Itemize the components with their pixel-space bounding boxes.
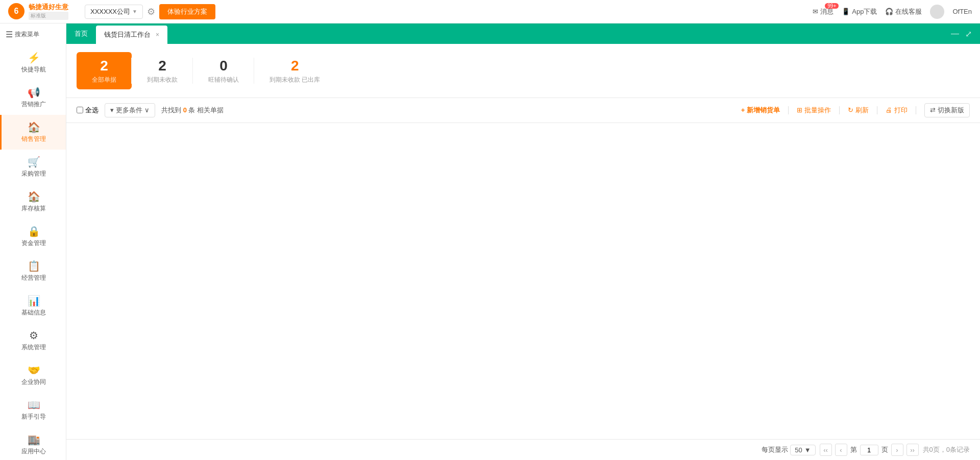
finance-icon: 🔒 bbox=[28, 225, 40, 237]
page-content: 2 全部单据 2 到期未收款 0 旺辅待确认 2 到期未收款 已出库 bbox=[66, 44, 980, 460]
tab-home[interactable]: 首页 bbox=[66, 23, 96, 44]
marketing-icon: 📢 bbox=[28, 86, 40, 99]
sales-icon: 🏠 bbox=[28, 121, 40, 133]
stat-label-overdue-not-out: 到期未收款 已出库 bbox=[270, 76, 320, 84]
filter-icon: ▾ bbox=[110, 106, 114, 114]
sidebar-item-quick-nav[interactable]: ⚡ 快捷导航 bbox=[0, 45, 66, 80]
sidebar-item-guide[interactable]: 📖 新手引导 bbox=[0, 393, 66, 427]
found-text: 共找到 0 条 相关单据 bbox=[161, 106, 224, 115]
stat-card-overdue-unpaid[interactable]: 2 到期未收款 bbox=[132, 52, 193, 89]
stat-label-overdue-unpaid: 到期未收款 bbox=[147, 76, 178, 84]
tab-bar-right: — ⤢ bbox=[951, 29, 980, 39]
page-navigation: ‹‹ ‹ 第 页 › ›› bbox=[820, 444, 919, 456]
quick-nav-label: 快捷导航 bbox=[21, 65, 46, 74]
online-service-item[interactable]: 🎧 在线客服 bbox=[885, 7, 922, 16]
divider-1 bbox=[788, 106, 789, 114]
print-btn[interactable]: 🖨 打印 bbox=[886, 106, 908, 115]
stat-num-wangwang: 0 bbox=[219, 57, 228, 75]
refresh-btn[interactable]: ↻ 刷新 bbox=[848, 106, 869, 115]
batch-label: 批量操作 bbox=[804, 106, 831, 115]
sidebar-item-inventory[interactable]: 🏠 库存核算 bbox=[0, 184, 66, 219]
more-conditions-btn[interactable]: ▾ 更多条件 ∨ bbox=[105, 103, 155, 117]
tab-active-label: 钱货日清工作台 bbox=[104, 30, 151, 39]
stats-row: 2 全部单据 2 到期未收款 0 旺辅待确认 2 到期未收款 已出库 bbox=[66, 44, 980, 98]
message-icon: ✉ bbox=[813, 8, 818, 15]
next-page-btn[interactable]: › bbox=[891, 444, 903, 456]
enterprise-label: 企业协同 bbox=[21, 378, 46, 386]
new-sales-btn[interactable]: + 新增销货单 bbox=[741, 106, 780, 115]
sidebar-search[interactable]: ☰ 搜索菜单 bbox=[0, 23, 66, 45]
divider-4 bbox=[916, 106, 916, 114]
operations-icon: 📋 bbox=[28, 260, 40, 272]
sidebar-item-purchase[interactable]: 🛒 采购管理 bbox=[0, 150, 66, 184]
last-page-btn[interactable]: ›› bbox=[906, 444, 919, 456]
company-select[interactable]: XXXXXX公司 ▼ bbox=[85, 5, 143, 19]
header-right: ✉ 消息 99+ 📱 App下载 🎧 在线客服 OfTEn bbox=[813, 5, 972, 19]
found-count: 0 bbox=[183, 106, 187, 114]
stat-label-all: 全部单据 bbox=[92, 76, 116, 84]
tab-active[interactable]: 钱货日清工作台 × bbox=[96, 26, 167, 44]
switch-icon: ⇄ bbox=[930, 106, 936, 114]
main-layout: ☰ 搜索菜单 ⚡ 快捷导航 📢 营销推广 🏠 销售管理 🛒 采购管理 🏠 库存核… bbox=[0, 23, 980, 460]
stat-card-all[interactable]: 2 全部单据 bbox=[77, 52, 132, 89]
stat-num-overdue-unpaid: 2 bbox=[158, 57, 166, 75]
username-label: OfTEn bbox=[952, 8, 972, 15]
sales-label: 销售管理 bbox=[21, 135, 46, 143]
found-unit: 条 bbox=[188, 106, 195, 114]
trial-button[interactable]: 体验行业方案 bbox=[159, 4, 215, 19]
app-download-item[interactable]: 📱 App下载 bbox=[842, 7, 877, 16]
stat-num-overdue-not-out: 2 bbox=[291, 57, 299, 75]
switch-label: 切换新版 bbox=[938, 106, 964, 115]
app-name: 畅捷通好生意 bbox=[29, 3, 68, 12]
per-page-label: 每页显示 bbox=[762, 445, 788, 454]
message-item[interactable]: ✉ 消息 99+ bbox=[813, 7, 834, 16]
search-menu-icon: ☰ bbox=[6, 30, 13, 39]
tab-close-icon[interactable]: × bbox=[156, 31, 159, 38]
stat-num-all: 2 bbox=[100, 57, 108, 75]
total-text: 共0页，0条记录 bbox=[923, 445, 970, 454]
sidebar-item-app-center[interactable]: 🏬 应用中心 bbox=[0, 427, 66, 460]
finance-label: 资金管理 bbox=[21, 239, 46, 248]
page-input[interactable] bbox=[860, 445, 878, 455]
select-all-checkbox[interactable]: 全选 bbox=[77, 106, 99, 115]
select-all-input[interactable] bbox=[77, 107, 83, 113]
online-service-label: 在线客服 bbox=[895, 7, 922, 16]
sidebar-item-operations[interactable]: 📋 经营管理 bbox=[0, 254, 66, 288]
system-label: 系统管理 bbox=[21, 343, 46, 352]
print-label: 打印 bbox=[894, 106, 908, 115]
stat-card-overdue-not-out[interactable]: 2 到期未收款 已出库 bbox=[254, 52, 335, 89]
purchase-icon: 🛒 bbox=[28, 156, 40, 168]
tab-maximize-icon[interactable]: ⤢ bbox=[965, 29, 972, 39]
service-icon: 🎧 bbox=[885, 8, 893, 15]
more-conditions-label: 更多条件 bbox=[116, 106, 142, 115]
prev-page-btn[interactable]: ‹ bbox=[835, 444, 847, 456]
company-name: XXXXXX公司 bbox=[90, 7, 130, 16]
app-logo-icon: 6 bbox=[8, 3, 24, 19]
download-icon: 📱 bbox=[842, 8, 850, 15]
sidebar-item-marketing[interactable]: 📢 营销推广 bbox=[0, 80, 66, 115]
sidebar-item-finance[interactable]: 🔒 资金管理 bbox=[0, 219, 66, 254]
operations-label: 经营管理 bbox=[21, 274, 46, 282]
page-suffix: 页 bbox=[881, 445, 888, 454]
logo-area: 6 畅捷通好生意 标准版 bbox=[8, 3, 75, 20]
table-area bbox=[66, 123, 980, 439]
switch-version-btn[interactable]: ⇄ 切换新版 bbox=[924, 103, 970, 117]
page-size-value[interactable]: 50 ▼ bbox=[790, 445, 815, 455]
sidebar-item-basic-info[interactable]: 📊 基础信息 bbox=[0, 288, 66, 323]
page-size-num: 50 bbox=[795, 446, 802, 454]
sidebar-item-system[interactable]: ⚙ 系统管理 bbox=[0, 323, 66, 358]
app-center-label: 应用中心 bbox=[21, 447, 46, 456]
settings-icon[interactable]: ⚙ bbox=[147, 6, 155, 17]
divider-3 bbox=[877, 106, 877, 114]
first-page-btn[interactable]: ‹‹ bbox=[820, 444, 832, 456]
stat-card-wangwang[interactable]: 0 旺辅待确认 bbox=[193, 52, 254, 89]
sidebar-item-sales[interactable]: 🏠 销售管理 bbox=[0, 115, 66, 150]
content-area: 首页 钱货日清工作台 × — ⤢ 2 全部单据 2 到期未收款 bbox=[66, 23, 980, 460]
sidebar-item-enterprise[interactable]: 🤝 企业协同 bbox=[0, 358, 66, 393]
username-item: OfTEn bbox=[952, 8, 972, 15]
filter-arrow-icon: ∨ bbox=[144, 106, 150, 114]
top-header: 6 畅捷通好生意 标准版 XXXXXX公司 ▼ ⚙ 体验行业方案 ✉ 消息 99… bbox=[0, 0, 980, 23]
tab-minimize-icon[interactable]: — bbox=[951, 29, 959, 38]
user-avatar[interactable] bbox=[930, 5, 944, 19]
batch-operation-btn[interactable]: ⊞ 批量操作 bbox=[797, 106, 831, 115]
